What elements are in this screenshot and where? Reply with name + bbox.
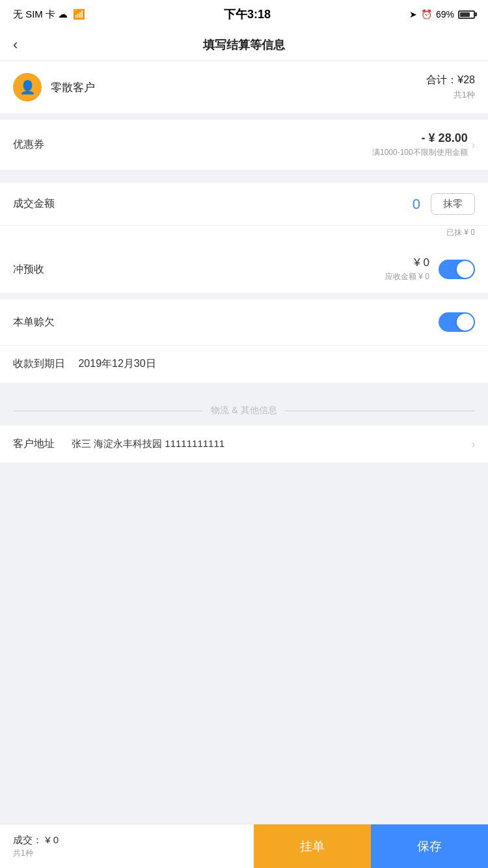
nav-bar: ‹ 填写结算等信息 [0, 29, 488, 61]
coupon-right: - ¥ 28.00 满1000-100不限制使用金额 › [372, 131, 475, 158]
alarm-icon: ⏰ [421, 9, 432, 20]
credit-toggle-knob [457, 314, 474, 331]
bottom-summary: 成交： ¥ 0 共1种 [0, 834, 254, 859]
bottom-summary-count: 共1种 [13, 848, 241, 859]
prepay-sub: 应收金额 ¥ 0 [385, 271, 429, 282]
bottom-summary-top: 成交： ¥ 0 [13, 834, 241, 847]
logistics-divider: 物流 & 其他信息 [0, 396, 488, 426]
duedate-value: 2019年12月30日 [78, 358, 156, 369]
back-button[interactable]: ‹ [13, 36, 18, 53]
prepay-right: ¥ 0 应收金额 ¥ 0 [385, 256, 475, 282]
customer-avatar: 👤 [13, 73, 42, 102]
amount-right: 0 抹零 [413, 193, 475, 215]
duedate-label: 收款到期日 [13, 358, 65, 369]
prepay-label: 冲预收 [13, 263, 44, 277]
prepay-values: ¥ 0 应收金额 ¥ 0 [385, 256, 429, 282]
round-button[interactable]: 抹零 [431, 193, 475, 215]
address-label: 客户地址 [13, 437, 65, 451]
amount-value[interactable]: 0 [413, 196, 420, 213]
divider-3 [0, 389, 488, 396]
prepay-amount: ¥ 0 [385, 256, 429, 269]
divider-2 [0, 293, 488, 299]
address-value: 张三 海淀永丰科技园 11111111111 [65, 438, 472, 450]
bottom-bar: 成交： ¥ 0 共1种 挂单 保存 [0, 824, 488, 868]
battery-percent: 69% [436, 9, 454, 20]
save-button[interactable]: 保存 [371, 824, 488, 869]
address-chevron-icon: › [472, 439, 475, 450]
sim-label: 无 SIM 卡 ☁ [13, 8, 68, 21]
coupon-note: 满1000-100不限制使用金额 [372, 147, 468, 158]
summary-amount: ¥ 0 [45, 834, 59, 845]
duedate-row: 收款到期日 2019年12月30日 [0, 345, 488, 383]
prepay-toggle[interactable] [439, 260, 475, 279]
battery-icon [458, 10, 475, 19]
toggle-knob [457, 261, 474, 278]
status-time: 下午3:18 [224, 7, 271, 22]
prepay-row: 冲预收 ¥ 0 应收金额 ¥ 0 [0, 246, 488, 293]
coupon-section[interactable]: 优惠券 - ¥ 28.00 满1000-100不限制使用金额 › [0, 120, 488, 170]
credit-section: 本单赊欠 收款到期日 2019年12月30日 [0, 299, 488, 383]
amount-row: 成交金额 0 抹零 [0, 183, 488, 226]
credit-row: 本单赊欠 [0, 299, 488, 345]
divider-1 [0, 176, 488, 183]
hold-button[interactable]: 挂单 [254, 824, 371, 869]
address-section[interactable]: 客户地址 张三 海淀永丰科技园 11111111111 › [0, 426, 488, 463]
location-icon: ➤ [409, 9, 417, 20]
page-title: 填写结算等信息 [203, 37, 285, 53]
amount-label: 成交金额 [13, 197, 55, 211]
credit-toggle[interactable] [439, 312, 475, 332]
chevron-right-icon: › [472, 139, 475, 151]
customer-left: 👤 零散客户 [13, 73, 95, 102]
bottom-spacer [0, 469, 488, 547]
wifi-icon: 📶 [73, 8, 85, 20]
customer-right: 合计：¥28 共1种 [426, 74, 475, 101]
credit-label: 本单赊欠 [13, 316, 55, 329]
logistics-label: 物流 & 其他信息 [211, 405, 277, 416]
status-bar: 无 SIM 卡 ☁ 📶 下午3:18 ➤ ⏰ 69% [0, 0, 488, 29]
customer-total: 合计：¥28 [426, 74, 475, 87]
status-left: 无 SIM 卡 ☁ 📶 [13, 8, 85, 21]
amount-section: 成交金额 0 抹零 已抹 ¥ 0 冲预收 ¥ 0 应收金额 ¥ 0 [0, 183, 488, 293]
summary-label: 成交： [13, 834, 42, 845]
status-right: ➤ ⏰ 69% [409, 9, 475, 20]
customer-count: 共1种 [426, 89, 475, 101]
customer-name: 零散客户 [51, 80, 95, 95]
amount-sub: 已抹 ¥ 0 [446, 228, 475, 237]
customer-section: 👤 零散客户 合计：¥28 共1种 [0, 61, 488, 113]
coupon-discount: - ¥ 28.00 [372, 131, 468, 145]
coupon-label: 优惠券 [13, 138, 44, 152]
